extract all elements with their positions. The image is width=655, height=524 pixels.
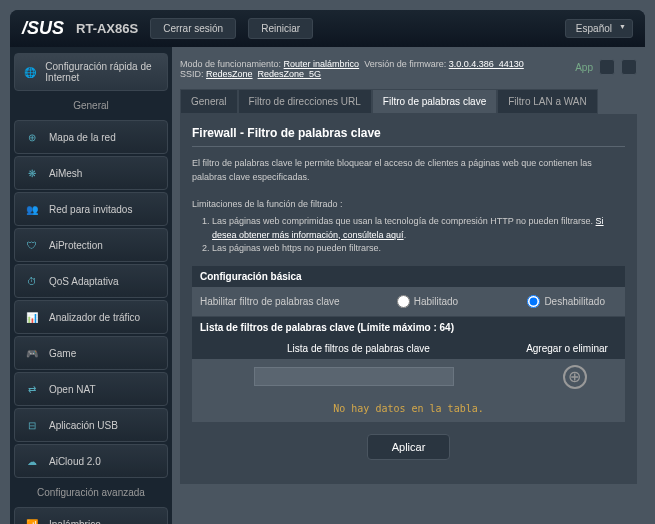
basic-config-header: Configuración básica [192, 266, 625, 287]
language-select[interactable]: Español [565, 19, 633, 38]
notification-icon[interactable] [599, 59, 615, 75]
sidebar-quick-setup[interactable]: 🌐 Configuración rápida de Internet [14, 53, 168, 91]
sidebar-item-label: Inalámbrico [49, 519, 101, 525]
sidebar-item-label: Configuración rápida de Internet [45, 61, 159, 83]
tab-keyword-filter[interactable]: Filtro de palabras clave [372, 89, 497, 114]
radio-disabled[interactable]: Deshabilitado [527, 295, 605, 308]
sidebar-item-guest[interactable]: 👥Red para invitados [14, 192, 168, 226]
sidebar-item-opennat[interactable]: ⇄Open NAT [14, 372, 168, 406]
filter-list-header: Lista de filtros de palabras clave (Lími… [192, 317, 625, 338]
sidebar-item-aicloud[interactable]: ☁AiCloud 2.0 [14, 444, 168, 478]
ssid-label: SSID: [180, 69, 204, 79]
chart-icon: 📊 [23, 308, 41, 326]
tab-lan-wan-filter[interactable]: Filtro LAN a WAN [497, 89, 598, 114]
model-name: RT-AX86S [76, 21, 138, 36]
asus-logo: /SUS [22, 18, 64, 39]
sidebar-item-label: Red para invitados [49, 204, 132, 215]
col-action: Agregar o eliminar [517, 343, 617, 354]
keyword-input[interactable] [254, 367, 454, 386]
cloud-icon: ☁ [23, 452, 41, 470]
mode-label: Modo de funcionamiento: [180, 59, 281, 69]
gamepad-icon: 🎮 [23, 344, 41, 362]
radio-enabled[interactable]: Habilitado [397, 295, 458, 308]
mode-value-link[interactable]: Router inalámbrico [284, 59, 360, 69]
usb-icon: ⊟ [23, 416, 41, 434]
sidebar-item-label: Open NAT [49, 384, 96, 395]
wifi-icon: 📶 [23, 515, 41, 524]
panel-title: Firewall - Filtro de palabras clave [192, 126, 625, 147]
ssid2-link[interactable]: RedesZone_5G [258, 69, 322, 79]
sidebar-item-aimesh[interactable]: ❋AiMesh [14, 156, 168, 190]
shield-icon: 🛡 [23, 236, 41, 254]
sidebar-section-general: General [14, 95, 168, 116]
sidebar-item-label: Analizador de tráfico [49, 312, 140, 323]
speedometer-icon: ⏱ [23, 272, 41, 290]
globe-icon: 🌐 [23, 63, 37, 81]
apply-button[interactable]: Aplicar [367, 434, 451, 460]
tab-general[interactable]: General [180, 89, 238, 114]
sidebar-item-label: Mapa de la red [49, 132, 116, 143]
sidebar-item-label: Aplicación USB [49, 420, 118, 431]
sidebar-item-wireless[interactable]: 📶Inalámbrico [14, 507, 168, 524]
sidebar: 🌐 Configuración rápida de Internet Gener… [10, 47, 172, 524]
sidebar-item-aiprotection[interactable]: 🛡AiProtection [14, 228, 168, 262]
add-button[interactable]: ⊕ [563, 365, 587, 389]
sidebar-item-label: Game [49, 348, 76, 359]
info-bar: App Modo de funcionamiento: Router inalá… [180, 55, 637, 83]
sidebar-item-qos[interactable]: ⏱QoS Adaptativa [14, 264, 168, 298]
sidebar-item-label: AiProtection [49, 240, 103, 251]
fw-value-link[interactable]: 3.0.0.4.386_44130 [449, 59, 524, 69]
app-label[interactable]: App [575, 62, 593, 73]
panel-description: El filtro de palabras clave le permite b… [192, 157, 625, 184]
sidebar-item-label: QoS Adaptativa [49, 276, 119, 287]
sidebar-item-game[interactable]: 🎮Game [14, 336, 168, 370]
enable-filter-label: Habilitar filtro de palabras clave [200, 296, 340, 307]
mesh-icon: ❋ [23, 164, 41, 182]
sidebar-section-advanced: Configuración avanzada [14, 482, 168, 503]
col-keyword: Lista de filtros de palabras clave [200, 343, 517, 354]
sidebar-item-traffic[interactable]: 📊Analizador de tráfico [14, 300, 168, 334]
logout-button[interactable]: Cerrar sesión [150, 18, 236, 39]
status-icon[interactable] [621, 59, 637, 75]
limit-2: Las páginas web https no pueden filtrars… [212, 242, 625, 256]
nat-icon: ⇄ [23, 380, 41, 398]
sidebar-item-label: AiCloud 2.0 [49, 456, 101, 467]
map-icon: ⊕ [23, 128, 41, 146]
no-data-message: No hay datos en la tabla. [192, 395, 625, 422]
firewall-tabs: General Filtro de direcciones URL Filtro… [180, 89, 637, 114]
ssid1-link[interactable]: RedesZone [206, 69, 253, 79]
sidebar-item-map[interactable]: ⊕Mapa de la red [14, 120, 168, 154]
tab-url-filter[interactable]: Filtro de direcciones URL [238, 89, 372, 114]
sidebar-item-label: AiMesh [49, 168, 82, 179]
sidebar-item-usb[interactable]: ⊟Aplicación USB [14, 408, 168, 442]
limits-label: Limitaciones de la función de filtrado : [192, 198, 625, 212]
reboot-button[interactable]: Reiniciar [248, 18, 313, 39]
limit-1: Las páginas web comprimidas que usan la … [212, 215, 625, 242]
fw-label: Versión de firmware: [364, 59, 446, 69]
guest-icon: 👥 [23, 200, 41, 218]
